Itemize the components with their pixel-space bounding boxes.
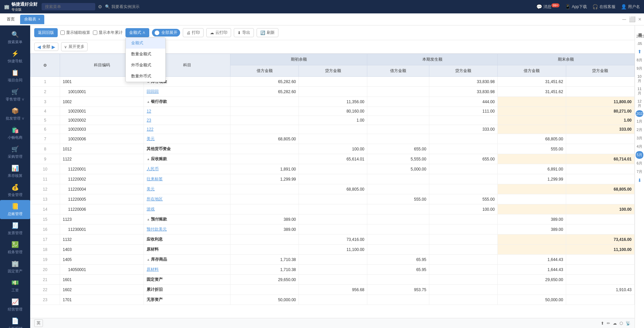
sidebar-item-ledger[interactable]: 📒 总账管理 <box>0 200 30 219</box>
tab-home[interactable]: 首页 <box>3 15 19 24</box>
cb-credit: 73,416.00 <box>566 235 634 245</box>
cur-credit: 655.00 <box>429 154 497 164</box>
period-5[interactable]: 5月 <box>636 151 643 159</box>
expand-more-btn[interactable]: ∨ 展开更多 <box>61 42 88 51</box>
sidebar-item-invoice[interactable]: 🧾 发票管理 <box>0 219 30 238</box>
yearly-checkbox-input[interactable] <box>93 30 97 35</box>
sidebar-item-retail[interactable]: 🛒 零售管理 ∨ <box>0 85 30 105</box>
app-download-btn[interactable]: 📱 App下载 <box>565 4 587 10</box>
maximize-btn[interactable]: ⬜ <box>629 16 636 22</box>
ob-debit: 389.00 <box>230 224 299 235</box>
expand-all-toggle[interactable]: 全部展开 <box>152 29 180 37</box>
demo-link[interactable]: 🔍 我要看实例演示 <box>105 4 140 10</box>
subject-link[interactable]: 23 <box>147 118 151 123</box>
sidebar-item-capital[interactable]: 💰 资金管理 <box>0 181 30 200</box>
subject-link[interactable]: 美元 <box>147 187 155 191</box>
period-10[interactable]: 10月 <box>636 73 643 85</box>
message-btn[interactable]: 💬 消息 99+ <box>536 4 559 10</box>
gear-icon[interactable]: ⚙ <box>98 4 102 9</box>
sidebar-item-tax[interactable]: 💹 税务管理 <box>0 238 30 257</box>
period-8[interactable]: 8月 <box>636 56 643 64</box>
format-option-qty-foreign[interactable]: 数量外币式 <box>126 71 165 82</box>
cur-credit <box>429 214 497 224</box>
period-11[interactable]: 11月 <box>636 85 643 97</box>
filter-left-arrow[interactable]: ◀ <box>37 44 41 50</box>
user-btn[interactable]: 👤 用户名 <box>621 4 640 10</box>
period-arrow-up[interactable]: ⬆ <box>636 48 643 56</box>
format-option-qty-amount[interactable]: 数量金额式 <box>126 49 165 60</box>
close-btn[interactable]: × <box>638 16 641 22</box>
subject-link[interactable]: 所在地区 <box>147 197 163 201</box>
col-cur-credit: 贷方金额 <box>429 65 497 77</box>
period-6[interactable]: 6月 <box>636 159 643 167</box>
subject-link[interactable]: 回回回 <box>147 89 159 94</box>
sidebar-item-quick-nav[interactable]: ⚡ 快捷导航 <box>0 47 30 66</box>
tab-close-btn[interactable]: × <box>38 17 40 21</box>
subject-link[interactable]: 原材料 <box>147 267 159 272</box>
cb-debit: 389.00 <box>497 224 566 235</box>
sidebar-item-search[interactable]: 🔍 搜索菜单 <box>0 28 30 47</box>
filter-right-arrow[interactable]: ▶ <box>52 44 55 50</box>
subject-link[interactable]: 122 <box>147 127 153 132</box>
row-num: 12 <box>31 184 60 194</box>
refresh-btn[interactable]: 🔄 刷新 <box>257 28 278 37</box>
period-9[interactable]: 9月 <box>636 65 643 72</box>
subject-code: 11220002 <box>60 174 144 184</box>
subject-link[interactable]: 往来标签 <box>147 177 163 181</box>
period-1[interactable]: 1月 <box>636 118 643 125</box>
period-4[interactable]: 4月 <box>636 143 643 150</box>
subject-code: 10020003 <box>60 125 144 134</box>
sidebar-item-purchase[interactable]: 🛒 采购管理 <box>0 143 30 162</box>
format-btn[interactable]: 金额式 ∧ <box>125 28 149 37</box>
subject-link[interactable]: 游戏 <box>147 207 155 211</box>
bb-broadcast[interactable]: 📡 <box>626 321 631 326</box>
tab-balance-sheet[interactable]: 余额表 × <box>20 15 44 24</box>
report-icon: 📄 <box>11 317 19 325</box>
period-12[interactable]: 12月 <box>636 98 643 110</box>
col-settings[interactable]: ⚙ <box>31 54 60 77</box>
notification-badge: 99+ <box>551 3 559 7</box>
auxiliary-checkbox-input[interactable] <box>60 30 65 35</box>
period-arrow-down[interactable]: ⬇ <box>636 176 643 184</box>
cloud-print-btn[interactable]: ☁ 云打印 <box>206 28 231 37</box>
period-3[interactable]: 3月 <box>636 134 643 142</box>
row-num: 16 <box>31 224 60 235</box>
bb-edit[interactable]: ✏ <box>607 321 610 326</box>
bb-hex[interactable]: ⬡ <box>620 321 623 326</box>
table-row: 4 10020001 12 80,160.00 111.00 80,271.00 <box>31 107 635 116</box>
subject-link[interactable]: 人民币 <box>147 167 159 171</box>
subject-link[interactable]: 美元 <box>147 136 155 141</box>
format-option-foreign-amount[interactable]: 外币金额式 <box>126 60 165 71</box>
ob-credit <box>299 194 367 204</box>
period-2[interactable]: 2月 <box>636 126 643 134</box>
online-service-btn[interactable]: 🎧 在线客服 <box>592 4 615 10</box>
subject-code: 10020006 <box>60 134 144 144</box>
table-row: 2 10010001 回回回 65,282.60 33,830.98 31,45… <box>31 87 635 97</box>
sidebar-item-wholesale[interactable]: 📦 批发管理 ∨ <box>0 105 30 124</box>
subject-link[interactable]: 12 <box>147 109 151 114</box>
bb-arrow-up[interactable]: ⬆ <box>601 321 604 326</box>
sidebar-item-ecommerce[interactable]: 🛍️ 小畅电商 <box>0 124 30 143</box>
cb-debit <box>497 245 566 255</box>
period-05-1[interactable]: .05 <box>636 40 643 47</box>
lang-indicator[interactable]: 英 <box>34 319 43 327</box>
sidebar-item-ops[interactable]: 📈 经营管理 <box>0 296 30 315</box>
sidebar-item-report[interactable]: 📄 小畅报销 <box>0 315 30 328</box>
sidebar-item-fixed-asset[interactable]: 🏢 固定资产 <box>0 257 30 276</box>
search-input[interactable] <box>42 3 95 10</box>
bb-cloud[interactable]: ☁ <box>613 321 617 326</box>
cb-credit <box>566 214 634 224</box>
period-2023-year[interactable]: 2023 <box>636 110 643 117</box>
sidebar-item-inventory[interactable]: 📊 库存核算 <box>0 162 30 181</box>
export-btn[interactable]: ⬇ 导出 <box>234 28 254 37</box>
period-7[interactable]: 7月 <box>636 168 643 176</box>
row-num: 8 <box>31 144 60 154</box>
sidebar-item-project[interactable]: 📋 项目合同 <box>0 66 30 85</box>
back-old-btn[interactable]: 返回旧版 <box>34 28 58 37</box>
sidebar-item-salary[interactable]: 💵 工资 <box>0 276 30 296</box>
minimize-btn[interactable]: ─ <box>622 16 626 22</box>
period-2023-05-1[interactable]: 2023 <box>636 33 643 40</box>
print-btn[interactable]: 🖨 打印 <box>183 28 204 37</box>
format-option-amount[interactable]: 金额式 <box>126 38 165 49</box>
subject-link[interactable]: 预付款美元 <box>147 227 167 232</box>
